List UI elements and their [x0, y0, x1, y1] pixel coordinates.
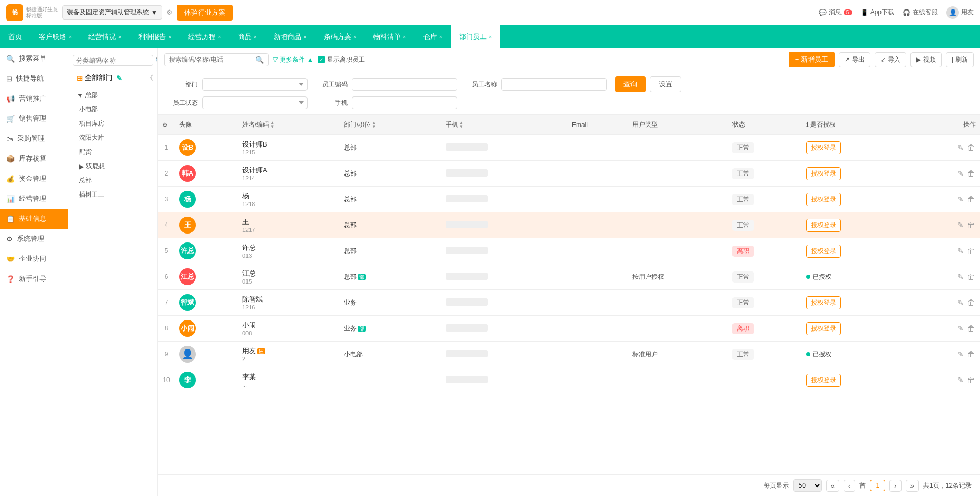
nav-item-history[interactable]: 经营历程 × [180, 25, 229, 48]
show-resigned-toggle[interactable]: ✓ 显示离职员工 [318, 55, 365, 64]
edit-button[interactable]: ✎ [957, 221, 964, 229]
nav-item-profit[interactable]: 利润报告 × [130, 25, 180, 48]
phone-input[interactable] [352, 96, 457, 109]
close-icon[interactable]: × [353, 34, 357, 40]
sidebar-item-nav[interactable]: ⊞ 快捷导航 [0, 69, 68, 89]
sidebar-item-basic-info[interactable]: 📋 基础信息 [0, 209, 68, 229]
edit-button[interactable]: ✎ [957, 376, 964, 384]
nav-item-operation[interactable]: 经营情况 × [80, 25, 130, 48]
sidebar-item-finance[interactable]: 💰 资金管理 [0, 169, 68, 189]
dept-item-zongbu[interactable]: ▼ 总部 [68, 88, 157, 102]
delete-button[interactable]: 🗑 [967, 350, 975, 358]
sidebar-item-operation-mgmt[interactable]: 📊 经营管理 [0, 189, 68, 209]
close-icon[interactable]: × [68, 34, 72, 40]
close-icon[interactable]: × [217, 34, 221, 40]
sidebar-item-purchase[interactable]: 🛍 采购管理 [0, 129, 68, 149]
last-page-button[interactable]: » [906, 480, 919, 492]
close-icon[interactable]: × [168, 34, 171, 40]
all-dept-label[interactable]: ⊞ 全部部门 ✎ [73, 70, 126, 86]
dept-item-xiangmu[interactable]: 项目库房 [68, 116, 157, 131]
sidebar-item-search[interactable]: 🔍 搜索菜单 [0, 48, 68, 69]
user-action[interactable]: 👤 用友 [946, 6, 974, 19]
collapse-icon[interactable]: 《 [146, 73, 153, 83]
sidebar-item-marketing[interactable]: 📢 营销推广 [0, 89, 68, 109]
auth-login-button[interactable]: 授权登录 [806, 245, 841, 258]
more-filter-btn[interactable]: ▽ 更多条件 ▲ [273, 55, 313, 64]
close-icon[interactable]: × [118, 34, 121, 40]
page-size-select[interactable]: 50 100 200 [793, 479, 822, 492]
sidebar-item-inventory[interactable]: 📦 库存核算 [0, 149, 68, 169]
dept-search-input[interactable] [76, 57, 155, 64]
message-action[interactable]: 💬 消息 5 [819, 8, 852, 17]
close-icon[interactable]: × [489, 34, 492, 40]
import-button[interactable]: ↙ 导入 [875, 52, 906, 67]
auth-login-button[interactable]: 授权登录 [806, 296, 841, 309]
phone-sort[interactable]: 手机 ▲▼ [446, 120, 463, 129]
edit-button[interactable]: ✎ [957, 298, 964, 307]
app-download-action[interactable]: 📱 App下载 [860, 8, 894, 17]
auth-login-button[interactable]: 授权登录 [806, 141, 841, 154]
dept-select[interactable] [202, 78, 308, 91]
nav-item-department[interactable]: 部门员工 × [451, 25, 500, 48]
delete-button[interactable]: 🗑 [967, 324, 975, 333]
delete-button[interactable]: 🗑 [967, 273, 975, 281]
edit-icon[interactable]: ✎ [116, 74, 122, 82]
search-input[interactable] [169, 56, 253, 63]
delete-button[interactable]: 🗑 [967, 143, 975, 152]
edit-button[interactable]: ✎ [957, 195, 964, 203]
add-employee-button[interactable]: + 新增员工 [789, 52, 835, 67]
sidebar-item-collab[interactable]: 🤝 企业协同 [0, 249, 68, 269]
edit-button[interactable]: ✎ [957, 273, 964, 281]
delete-button[interactable]: 🗑 [967, 169, 975, 178]
edit-button[interactable]: ✎ [957, 169, 964, 178]
delete-button[interactable]: 🗑 [967, 376, 975, 384]
close-icon[interactable]: × [303, 34, 306, 40]
auth-login-button[interactable]: 授权登录 [806, 219, 841, 232]
auth-login-button[interactable]: 授权登录 [806, 374, 841, 387]
name-sort[interactable]: 姓名/编码 ▲▼ [242, 120, 274, 129]
sidebar-item-sales[interactable]: 🛒 销售管理 [0, 109, 68, 129]
delete-button[interactable]: 🗑 [967, 298, 975, 307]
dept-sort[interactable]: 部门/职位 ▲▼ [344, 120, 376, 129]
edit-button[interactable]: ✎ [957, 324, 964, 333]
emp-code-input[interactable] [352, 78, 457, 91]
nav-item-add-goods[interactable]: 新增商品 × [265, 25, 315, 48]
emp-status-select[interactable] [202, 96, 308, 109]
nav-item-home[interactable]: 首页 [0, 25, 31, 48]
dept-item-zongbu2[interactable]: 总部 [68, 173, 157, 188]
nav-item-goods[interactable]: 商品 × [230, 25, 265, 48]
emp-name-input[interactable] [501, 78, 607, 91]
nav-item-bom[interactable]: 物料清单 × [365, 25, 414, 48]
gear-icon[interactable]: ⚙ [166, 8, 173, 16]
nav-item-barcode[interactable]: 条码方案 × [315, 25, 365, 48]
delete-button[interactable]: 🗑 [967, 247, 975, 255]
dept-item-xiaodian[interactable]: 小电部 [68, 102, 157, 116]
query-button[interactable]: 查询 [615, 76, 646, 92]
export-button[interactable]: ↗ 导出 [839, 52, 870, 67]
auth-login-button[interactable]: 授权登录 [806, 322, 841, 335]
auth-login-button[interactable]: 授权登录 [806, 167, 841, 180]
print-button[interactable]: | 刷新 [946, 52, 974, 67]
close-icon[interactable]: × [254, 34, 257, 40]
next-page-button[interactable]: › [889, 480, 901, 492]
dept-item-shuanglu[interactable]: ▶ 双鹿想 [68, 159, 157, 173]
delete-button[interactable]: 🗑 [967, 221, 975, 229]
sidebar-item-system[interactable]: ⚙ 系统管理 [0, 229, 68, 249]
first-page-button[interactable]: « [826, 480, 839, 492]
nav-item-customer[interactable]: 客户联络 × [31, 25, 80, 48]
prev-page-button[interactable]: ‹ [844, 480, 855, 492]
sidebar-item-guide[interactable]: ❓ 新手引导 [0, 269, 68, 289]
experience-button[interactable]: 体验行业方案 [177, 5, 233, 21]
settings-icon[interactable]: ⚙ [162, 121, 168, 129]
edit-button[interactable]: ✎ [957, 247, 964, 255]
reset-button[interactable]: 设置 [650, 76, 681, 92]
dept-item-chushu[interactable]: 插树王三 [68, 188, 157, 202]
close-icon[interactable]: × [439, 34, 442, 40]
edit-button[interactable]: ✎ [957, 143, 964, 152]
auth-login-button[interactable]: 授权登录 [806, 193, 841, 206]
system-selector[interactable]: 装备及固定资产辅助管理系统 ▼ [62, 5, 162, 20]
close-icon[interactable]: × [403, 34, 406, 40]
delete-button[interactable]: 🗑 [967, 195, 975, 203]
nav-item-warehouse[interactable]: 仓库 × [415, 25, 451, 48]
online-service-action[interactable]: 🎧 在线客服 [903, 8, 938, 17]
